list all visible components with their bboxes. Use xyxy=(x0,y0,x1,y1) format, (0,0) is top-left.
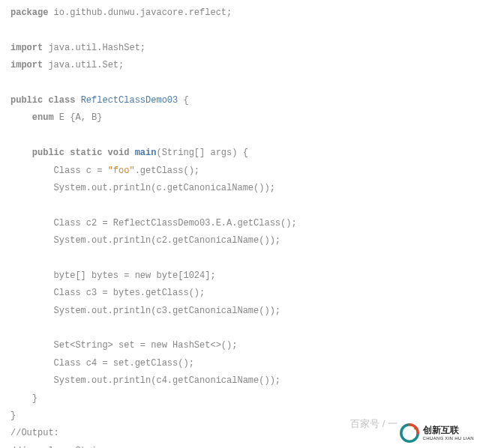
code-line: Class c2 = ReflectClassDemo03.E.A.getCla… xyxy=(10,215,470,232)
blank-line xyxy=(10,127,470,145)
blank-line xyxy=(10,75,470,92)
code-line: System.out.println(c3.getCanonicalName()… xyxy=(10,303,470,320)
blank-line xyxy=(10,197,470,214)
code-line: byte[] bytes = new byte[1024]; xyxy=(10,267,470,285)
code-line: Class c3 = bytes.getClass(); xyxy=(10,285,470,302)
code-line: Class c = "foo".getClass(); xyxy=(10,163,470,180)
code-line: System.out.println(c2.getCanonicalName()… xyxy=(10,232,470,249)
logo-text-cn: 创新互联 xyxy=(423,426,474,435)
code-line: } xyxy=(10,390,470,408)
code-line: enum E {A, B} xyxy=(10,109,470,127)
blank-line xyxy=(10,320,470,337)
code-line: System.out.println(c4.getCanonicalName()… xyxy=(10,372,470,390)
brand-logo: 创新互联 CHUANG XIN HU LIAN xyxy=(399,423,474,444)
code-line: Class c4 = set.getClass(); xyxy=(10,355,470,372)
logo-icon xyxy=(399,423,420,444)
code-line: System.out.println(c.getCanonicalName())… xyxy=(10,180,470,197)
code-line: public static void main(String[] args) { xyxy=(10,145,470,162)
code-line: package io.github.dunwu.javacore.reflect… xyxy=(10,4,470,22)
logo-text: 创新互联 CHUANG XIN HU LIAN xyxy=(423,426,474,440)
watermark-text: 百家号 / 一 xyxy=(350,414,398,433)
code-line: import java.util.Set; xyxy=(10,57,470,74)
code-line: import java.util.HashSet; xyxy=(10,40,470,57)
code-line: public class ReflectClassDemo03 { xyxy=(10,92,470,109)
code-line: Set<String> set = new HashSet<>(); xyxy=(10,337,470,354)
logo-text-en: CHUANG XIN HU LIAN xyxy=(423,436,474,441)
blank-line xyxy=(10,249,470,267)
code-block: package io.github.dunwu.javacore.reflect… xyxy=(10,4,470,448)
blank-line xyxy=(10,22,470,39)
